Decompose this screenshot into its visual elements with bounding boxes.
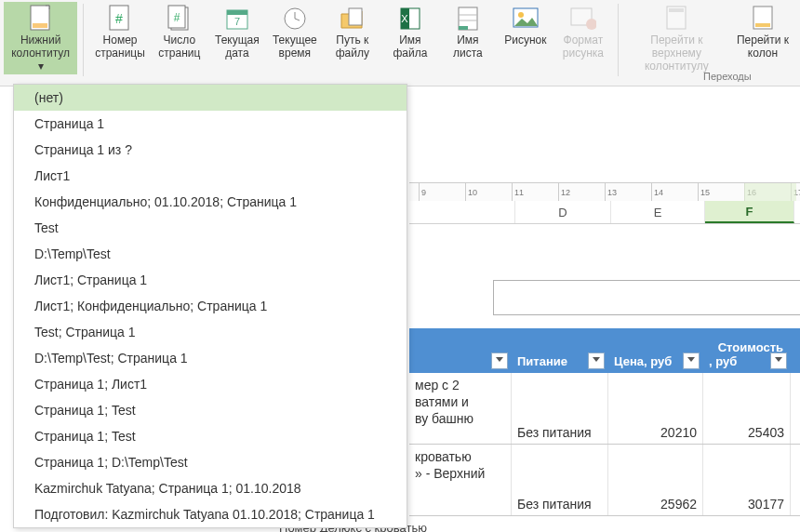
goto-footer-icon [750, 6, 776, 32]
goto-header-icon [663, 6, 689, 32]
th-price[interactable]: Цена, руб [608, 328, 703, 373]
column-headers: D E F [409, 201, 800, 224]
page-number-button[interactable]: # Номер страницы [89, 2, 151, 61]
svg-rect-26 [669, 8, 684, 12]
svg-text:#: # [174, 11, 180, 24]
ruler-tick: 14 [651, 183, 663, 202]
col-header-e[interactable]: E [611, 201, 705, 223]
footer-preset-item[interactable]: Страница 1 [14, 111, 407, 137]
excel-file-icon: X [397, 6, 423, 32]
th-cost[interactable]: Стоимость, руб [703, 328, 791, 373]
svg-point-22 [518, 12, 524, 18]
footer-preset-item[interactable]: Лист1 [14, 163, 407, 189]
footer-preset-item[interactable]: Страница 1; D:\Temp\Test [14, 449, 407, 475]
svg-rect-28 [755, 23, 770, 27]
file-name-button[interactable]: X Имя файла [381, 2, 439, 61]
picture-format-button: Формат рисунка [554, 2, 612, 61]
ruler-tick: 15 [698, 183, 710, 202]
footer-icon [28, 6, 54, 32]
footer-preset-item[interactable]: Test; Страница 1 [14, 319, 407, 345]
cell-price[interactable]: 20210 [608, 373, 703, 444]
sheet-icon [455, 6, 481, 32]
folder-file-icon [340, 6, 366, 32]
filter-icon[interactable] [588, 352, 605, 369]
filter-icon[interactable] [770, 352, 787, 369]
page-count-button[interactable]: # Число страниц [151, 2, 208, 61]
table-header-row: Питание Цена, руб Стоимость, руб [409, 328, 800, 373]
footer-preset-item[interactable]: D:\Temp\Test; Страница 1 [14, 345, 407, 371]
filter-icon[interactable] [683, 352, 700, 369]
footer-preset-item[interactable]: Test [14, 215, 407, 241]
ribbon-separator-2 [618, 4, 619, 76]
footer-preset-item[interactable]: Подготовил: Kazmirchuk Tatyana 01.10.201… [14, 501, 407, 527]
cell-price[interactable]: 25962 [608, 445, 703, 515]
svg-text:X: X [401, 13, 408, 24]
footer-preset-item[interactable]: Страница 1; Test [14, 397, 407, 423]
ribbon-separator [83, 4, 84, 76]
table-row[interactable]: кроватью » - Верхний Без питания 25962 3… [409, 445, 800, 516]
ruler-tick: 11 [512, 183, 524, 202]
svg-text:7: 7 [234, 16, 240, 27]
sheet-name-button[interactable]: Имя листа [439, 2, 497, 61]
cell-cost[interactable]: 25403 [703, 373, 791, 444]
footer-label: Нижний колонтитул ▾ [9, 33, 72, 73]
current-time-button[interactable]: Текущее время [266, 2, 324, 61]
goto-header-button: Перейти к верхнему колонтитулу [624, 2, 729, 74]
worksheet-area: D E F Питание Цена, руб Стоимость, руб м… [409, 201, 800, 532]
footer-preset-item[interactable]: Страница 1; Лист1 [14, 371, 407, 397]
footer-preset-item[interactable]: Лист1; Страница 1 [14, 267, 407, 293]
footer-preset-item[interactable]: Kazmirchuk Tatyana; Страница 1; 01.10.20… [14, 475, 407, 501]
col-header-c[interactable] [409, 201, 515, 223]
page-count-icon: # [167, 6, 193, 32]
footer-preset-item[interactable]: Конфиденциально; 01.10.2018; Страница 1 [14, 189, 407, 215]
page-number-icon: # [107, 6, 133, 32]
ruler-tick: 12 [558, 183, 570, 202]
filter-icon[interactable] [491, 352, 508, 369]
table-row[interactable]: мер с 2 ватями и ву башню Без питания 20… [409, 373, 800, 445]
th-food[interactable]: Питание [512, 328, 608, 373]
current-date-button[interactable]: 7 Текущая дата [208, 2, 266, 61]
footer-preset-item[interactable]: D:\Temp\Test [14, 241, 407, 267]
header-footer-frame[interactable] [493, 280, 800, 315]
footer-preset-item[interactable]: Страница 1; Test [14, 423, 407, 449]
ribbon-group-header-footer: Нижний колонтитул ▾ [4, 2, 77, 74]
calendar-icon: 7 [224, 6, 250, 32]
picture-format-icon [570, 6, 596, 32]
ribbon-group-elements: # Номер страницы # Число страниц 7 Текущ… [89, 2, 612, 61]
ribbon: Нижний колонтитул ▾ # Номер страницы # Ч… [0, 0, 800, 86]
footer-preset-item[interactable]: Лист1; Конфиденциально; Страница 1 [14, 293, 407, 319]
svg-rect-13 [349, 8, 362, 25]
ruler-tick: 13 [605, 183, 617, 202]
ribbon-group-navigation: Перейти к верхнему колонтитулу Перейти к… [624, 2, 796, 74]
footer-preset-item[interactable]: (нет) [14, 85, 407, 111]
ruler-tick: 9 [419, 183, 426, 202]
footer-preset-item[interactable]: Страница 1 из ? [14, 137, 407, 163]
footer-button[interactable]: Нижний колонтитул ▾ [4, 2, 77, 74]
goto-footer-button[interactable]: Перейти к колон [729, 2, 796, 61]
footer-presets-dropdown[interactable]: (нет)Страница 1Страница 1 из ?Лист1 Конф… [13, 84, 407, 528]
picture-button[interactable]: Рисунок [497, 2, 554, 48]
th-partial [409, 328, 512, 373]
svg-rect-1 [33, 23, 47, 28]
horizontal-ruler: 91011121314151617 [409, 182, 800, 203]
picture-icon [513, 6, 539, 32]
cell-room[interactable]: кроватью » - Верхний [409, 445, 512, 515]
cell-cost[interactable]: 30177 [703, 445, 791, 515]
cell-room[interactable]: мер с 2 ватями и ву башню [409, 373, 512, 444]
file-path-button[interactable]: Путь к файлу [324, 2, 381, 61]
svg-rect-8 [227, 10, 247, 15]
clock-icon [282, 6, 308, 32]
svg-rect-20 [459, 26, 468, 30]
col-header-f[interactable]: F [705, 201, 794, 223]
cell-food[interactable]: Без питания [512, 373, 608, 444]
group-caption-navigation: Переходы [703, 71, 752, 82]
svg-text:#: # [115, 11, 123, 26]
ruler-tick: 10 [465, 183, 477, 202]
col-header-d[interactable]: D [515, 201, 611, 223]
cell-food[interactable]: Без питания [512, 445, 608, 515]
